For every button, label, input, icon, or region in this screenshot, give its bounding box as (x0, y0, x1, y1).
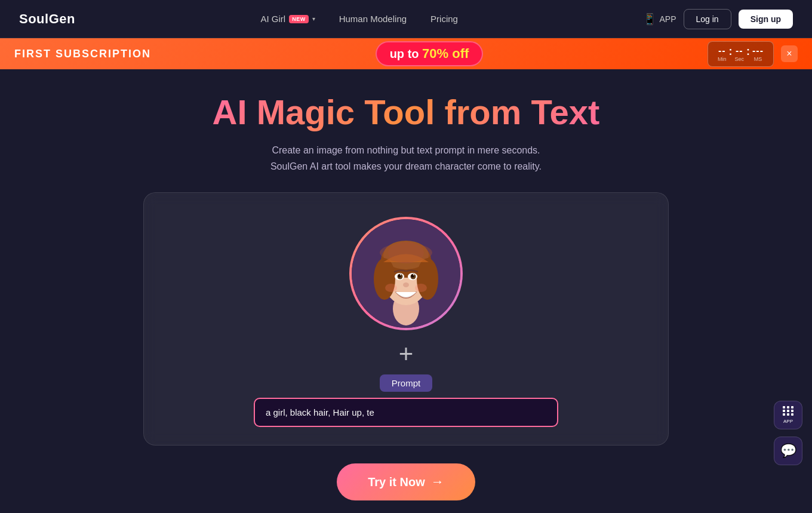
timer-colon-1: : (729, 45, 733, 58)
try-it-now-button[interactable]: Try it Now → (337, 463, 475, 500)
promo-discount-badge[interactable]: up to 70% off (376, 41, 484, 66)
grid-icon (783, 406, 794, 416)
svg-point-14 (400, 274, 401, 275)
nav-center: AI Girl NEW ▾ Human Modeling Pricing (261, 14, 458, 24)
nav-item-ai-girl[interactable]: AI Girl NEW ▾ (261, 14, 315, 24)
plus-icon[interactable]: + (399, 340, 414, 368)
chevron-down-icon: ▾ (312, 16, 315, 22)
prompt-label: Prompt (380, 374, 432, 392)
avatar (352, 219, 460, 328)
timer-colon-2: : (746, 45, 750, 58)
nav-item-human-modeling[interactable]: Human Modeling (339, 14, 407, 24)
timer-sec: -- Sec (735, 45, 745, 62)
app-link[interactable]: 📱 APP (643, 13, 676, 26)
svg-point-18 (415, 284, 427, 292)
svg-point-7 (417, 258, 438, 300)
brand-logo[interactable]: SoulGen (19, 11, 75, 27)
svg-point-17 (385, 284, 397, 292)
svg-point-15 (413, 274, 414, 275)
svg-point-16 (403, 282, 409, 287)
timer-min: -- Min (718, 45, 727, 62)
signup-button[interactable]: Sign up (739, 10, 793, 29)
login-button[interactable]: Log in (684, 9, 731, 29)
floating-app-button[interactable]: APP (774, 401, 802, 429)
nav-right: 📱 APP Log in Sign up (643, 9, 793, 29)
demo-card: + Prompt (143, 192, 669, 446)
smartphone-icon: 📱 (643, 13, 656, 26)
main-content: AI Magic Tool from Text Create an image … (0, 69, 812, 500)
cta-section: Try it Now → (337, 463, 475, 500)
navbar: SoulGen AI Girl NEW ▾ Human Modeling Pri… (0, 0, 812, 38)
arrow-icon: → (431, 474, 444, 490)
promo-text: FIRST SUBSCRIPTION (14, 48, 151, 60)
chat-icon: 💬 (780, 443, 796, 459)
prompt-input[interactable] (254, 398, 558, 427)
countdown-timer: -- Min : -- Sec : --- MS (708, 41, 774, 67)
page-title: AI Magic Tool from Text (213, 93, 600, 131)
svg-point-19 (380, 243, 432, 262)
timer-ms: --- MS (752, 45, 764, 62)
avatar-container (349, 217, 463, 330)
svg-point-6 (374, 258, 395, 300)
hero-subtitle: Create an image from nothing but text pr… (270, 142, 542, 174)
promo-right: -- Min : -- Sec : --- MS × (708, 41, 798, 67)
floating-chat-button[interactable]: 💬 (774, 437, 802, 465)
nav-item-pricing[interactable]: Pricing (430, 14, 458, 24)
close-button[interactable]: × (781, 45, 798, 62)
floating-app-label: APP (783, 419, 793, 424)
promo-banner: FIRST SUBSCRIPTION up to 70% off -- Min … (0, 38, 812, 69)
